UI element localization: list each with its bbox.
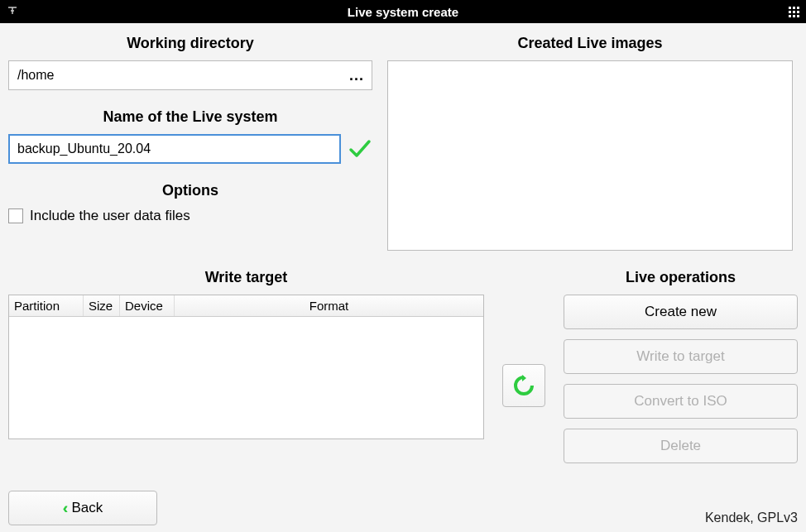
window-title: Live system create (348, 5, 458, 19)
back-button-label: Back (71, 500, 103, 516)
back-chevron-icon: ‹‹ (63, 499, 64, 517)
write-to-target-button[interactable]: Write to target (564, 339, 798, 374)
th-device[interactable]: Device (120, 295, 175, 316)
options-label: Options (8, 182, 372, 199)
created-images-label: Created Live images (387, 35, 793, 52)
titlebar-menu-icon[interactable] (7, 5, 18, 19)
include-user-data-checkbox[interactable] (8, 208, 23, 223)
system-name-input[interactable] (8, 134, 341, 164)
titlebar-grid-icon[interactable] (789, 7, 799, 17)
delete-button[interactable]: Delete (564, 429, 798, 463)
th-size[interactable]: Size (84, 295, 120, 316)
back-button[interactable]: ‹‹ Back (8, 491, 157, 525)
write-target-label: Write target (8, 269, 484, 286)
titlebar: Live system create (0, 0, 806, 23)
write-target-table[interactable]: Partition Size Device Format (8, 295, 484, 439)
convert-to-iso-button[interactable]: Convert to ISO (564, 384, 798, 419)
table-header: Partition Size Device Format (9, 295, 483, 317)
live-operations-label: Live operations (564, 269, 798, 286)
created-images-list[interactable] (387, 60, 793, 251)
th-partition[interactable]: Partition (9, 295, 84, 316)
working-directory-input[interactable] (8, 60, 372, 90)
th-format[interactable]: Format (175, 295, 483, 316)
working-directory-label: Working directory (8, 35, 372, 52)
create-new-button[interactable]: Create new (564, 295, 798, 329)
refresh-button[interactable] (502, 364, 545, 407)
browse-button[interactable]: ... (349, 67, 364, 84)
system-name-label: Name of the Live system (8, 108, 372, 126)
credits-label: Kendek, GPLv3 (705, 510, 798, 525)
checkmark-icon (348, 137, 372, 161)
include-user-data-label: Include the user data files (30, 208, 190, 224)
